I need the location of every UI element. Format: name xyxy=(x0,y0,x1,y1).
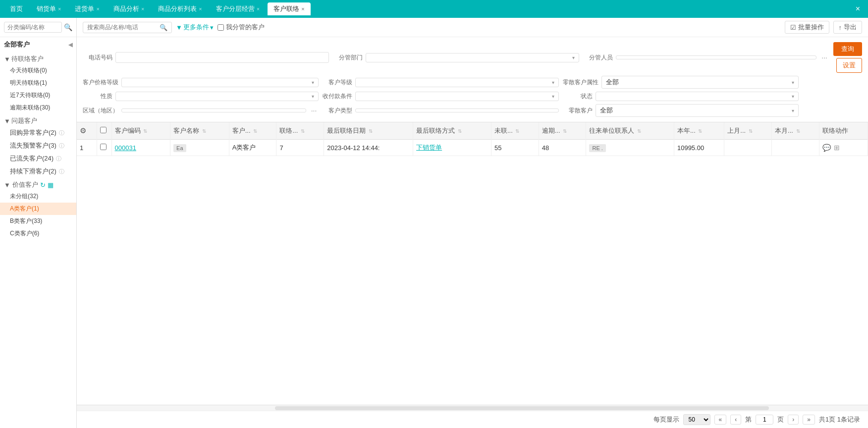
sort-icon-contact[interactable]: ⇅ xyxy=(301,128,305,134)
triangle-icon-2: ▼ xyxy=(4,117,10,125)
sort-icon-last-month[interactable]: ⇅ xyxy=(749,128,753,134)
nav-tab-customer-contact-close[interactable]: × xyxy=(301,6,304,12)
dept-select[interactable]: ▾ xyxy=(366,53,579,62)
sort-icon-uncontacted[interactable]: ⇅ xyxy=(515,128,519,134)
nav-tab-customer-layer[interactable]: 客户分层经营 × xyxy=(210,2,266,15)
adv-filter-panel: 电话号码 分管部门 ▾ 分管人员 ··· xyxy=(77,37,868,122)
first-page-button[interactable]: « xyxy=(714,415,727,425)
page-number-input[interactable] xyxy=(756,415,773,425)
row-last-date: 2023-04-12 14:44: xyxy=(324,140,413,156)
name-badge: Ea xyxy=(173,144,186,152)
zero-attr-chevron: ▾ xyxy=(792,80,794,85)
nav-tab-purchase[interactable]: 进货单 × xyxy=(69,2,105,15)
sidebar-item-loss-warning[interactable]: 流失预警客户(3) ⓘ xyxy=(0,139,76,152)
sidebar-item-today[interactable]: 今天待联络(0) xyxy=(0,64,76,77)
select-all-checkbox[interactable] xyxy=(100,127,107,133)
sidebar-item-7days[interactable]: 近7天待联络(0) xyxy=(0,89,76,102)
sidebar-item-lost[interactable]: 已流失客户(24) ⓘ xyxy=(0,152,76,165)
filter-search-input[interactable] xyxy=(87,24,158,31)
nav-tab-analysis-close[interactable]: × xyxy=(141,6,144,12)
manager-select[interactable] xyxy=(616,55,816,59)
sidebar-item-unclassified[interactable]: 未分组(32) xyxy=(0,190,76,203)
nav-tab-sales-close[interactable]: × xyxy=(58,6,61,12)
row-select-checkbox[interactable] xyxy=(100,144,107,150)
nature-select[interactable]: ▾ xyxy=(115,92,319,101)
row-code-link[interactable]: 000031 xyxy=(115,144,136,152)
info-icon-3: ⓘ xyxy=(56,156,61,161)
price-level-select[interactable]: ▾ xyxy=(121,78,319,87)
zero-attr-select[interactable]: 全部 ▾ xyxy=(601,76,799,89)
region-dots[interactable]: ··· xyxy=(309,107,319,114)
sort-icon-type[interactable]: ⇅ xyxy=(253,128,257,134)
next-page-button[interactable]: › xyxy=(788,415,799,425)
nav-home[interactable]: 首页 xyxy=(4,2,29,15)
col-contact-count: 联络... ⇅ xyxy=(276,122,324,140)
nav-tab-analysis-list-close[interactable]: × xyxy=(199,6,202,12)
manager-dots[interactable]: ··· xyxy=(819,54,829,61)
nav-tab-analysis-list[interactable]: 商品分析列表 × xyxy=(152,2,208,15)
sidebar-item-c-class[interactable]: C类客户(6) xyxy=(0,227,76,240)
sort-icon-contact-person[interactable]: ⇅ xyxy=(637,128,641,134)
nav-tab-sales[interactable]: 销货单 × xyxy=(31,2,67,15)
settings-button[interactable]: 设置 xyxy=(836,58,862,73)
prev-page-button[interactable]: ‹ xyxy=(730,415,741,425)
sidebar-item-a-class[interactable]: A类客户(1) xyxy=(0,203,76,215)
zero-customer-field: 零散客户 全部 ▾ xyxy=(563,104,799,117)
row-uncontacted: 55 xyxy=(491,140,539,156)
export-button[interactable]: ↑ 导出 xyxy=(833,21,863,34)
status-label: 状态 xyxy=(563,92,593,101)
qr-icon[interactable]: ⊞ xyxy=(834,144,840,152)
per-page-select[interactable]: 50 100 200 xyxy=(683,414,710,425)
filter-search-icon[interactable]: 🔍 xyxy=(160,24,167,31)
my-customers-checkbox[interactable] xyxy=(217,24,224,31)
payment-select[interactable]: ▾ xyxy=(355,92,558,101)
last-page-button[interactable]: » xyxy=(803,415,815,425)
horizontal-scrollbar[interactable] xyxy=(77,405,868,411)
more-filters-button[interactable]: ▼ 更多条件 ▾ xyxy=(176,23,214,32)
sort-icon-overdue[interactable]: ⇅ xyxy=(563,128,567,134)
sidebar-all-customers[interactable]: 全部客户 ◀ xyxy=(0,37,76,52)
row-checkbox xyxy=(97,140,111,156)
refresh-icon[interactable]: ↻ xyxy=(40,181,46,189)
sidebar-search-input[interactable] xyxy=(4,22,62,33)
region-select[interactable] xyxy=(121,108,306,112)
row-method-link[interactable]: 下销货单 xyxy=(416,144,442,151)
row-code: 000031 xyxy=(111,140,170,156)
col-code: 客户编码 ⇅ xyxy=(111,122,170,140)
sort-icon-this-month[interactable]: ⇅ xyxy=(796,128,800,134)
query-button[interactable]: 查询 xyxy=(833,42,862,56)
sort-icon-code[interactable]: ⇅ xyxy=(143,128,147,134)
adv-filter-row-1: 电话号码 分管部门 ▾ 分管人员 ··· xyxy=(83,42,862,73)
phone-input[interactable] xyxy=(115,52,329,63)
sidebar-item-declining[interactable]: 持续下滑客户(2) ⓘ xyxy=(0,165,76,178)
window-close-button[interactable]: × xyxy=(852,4,864,13)
sidebar-item-tomorrow[interactable]: 明天待联络(1) xyxy=(0,77,76,89)
nav-tab-analysis[interactable]: 商品分析 × xyxy=(108,2,150,15)
batch-ops-button[interactable]: ☑ 批量操作 xyxy=(785,21,829,34)
payment-label: 收付款条件 xyxy=(323,92,352,101)
page-label: 第 xyxy=(745,415,752,424)
sort-icon-year[interactable]: ⇅ xyxy=(698,128,702,134)
settings-icon[interactable]: ▦ xyxy=(48,181,54,189)
sidebar-item-overdue[interactable]: 逾期未联络(30) xyxy=(0,102,76,114)
status-select[interactable]: ▾ xyxy=(596,92,799,101)
zero-customer-select[interactable]: 全部 ▾ xyxy=(596,104,799,117)
sort-icon-last-date[interactable]: ⇅ xyxy=(369,128,373,134)
table-settings-icon[interactable]: ⚙ xyxy=(80,126,86,135)
chat-icon[interactable]: 💬 xyxy=(822,144,831,152)
sidebar-item-b-class[interactable]: B类客户(33) xyxy=(0,215,76,227)
info-icon-4: ⓘ xyxy=(59,168,64,174)
customer-level-select[interactable]: ▾ xyxy=(355,78,558,87)
sidebar-group-problem: ▼ 问题客户 xyxy=(0,114,76,126)
sidebar-item-repurchase[interactable]: 回购异常客户(2) ⓘ xyxy=(0,126,76,139)
adv-actions: 查询 设置 xyxy=(833,42,862,73)
nav-tab-purchase-close[interactable]: × xyxy=(96,6,99,12)
sort-icon-last-method[interactable]: ⇅ xyxy=(458,128,462,134)
sidebar-search-icon[interactable]: 🔍 xyxy=(64,23,72,31)
sort-icon-name[interactable]: ⇅ xyxy=(202,128,206,134)
col-name: 客户名称 ⇅ xyxy=(170,122,229,140)
col-last-date: 最后联络日期 ⇅ xyxy=(324,122,413,140)
nav-tab-customer-contact[interactable]: 客户联络 × xyxy=(268,2,310,15)
customer-type-select[interactable] xyxy=(355,108,558,112)
nav-tab-customer-layer-close[interactable]: × xyxy=(257,6,260,12)
